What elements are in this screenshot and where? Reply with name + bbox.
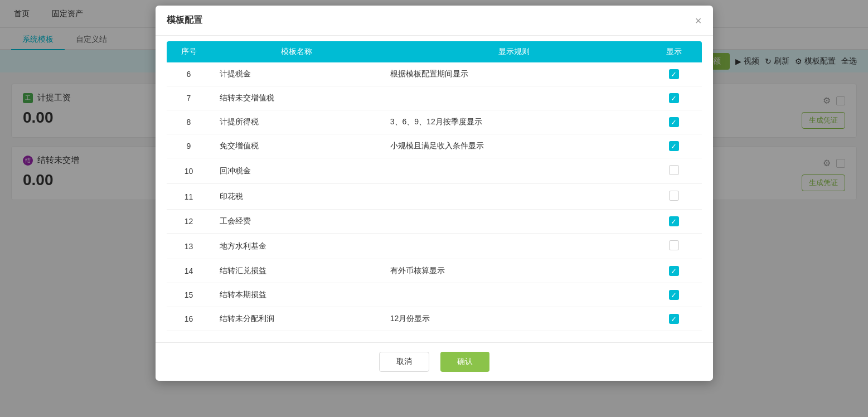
- table-row: 12工会经费✓: [167, 210, 702, 234]
- cell-name: 工会经费: [211, 210, 382, 234]
- cell-index: 9: [167, 134, 211, 158]
- checkbox-unchecked[interactable]: [669, 240, 679, 250]
- template-config-modal: 模板配置 × 序号 模板名称 显示规则 显示 6计提税金根据模板配置期间显示✓7…: [156, 6, 713, 381]
- cell-index: 14: [167, 259, 211, 283]
- cell-rule: [382, 86, 646, 110]
- checkbox-checked[interactable]: ✓: [669, 141, 679, 151]
- table-row: 7结转未交增值税✓: [167, 86, 702, 110]
- cell-checkbox[interactable]: ✓: [646, 62, 702, 86]
- cell-checkbox[interactable]: [646, 158, 702, 184]
- cell-index: 8: [167, 110, 211, 134]
- table-row: 11印花税: [167, 184, 702, 210]
- checkbox-checked[interactable]: ✓: [669, 93, 679, 103]
- cell-name: 免交增值税: [211, 134, 382, 158]
- modal-title: 模板配置: [167, 14, 202, 26]
- cell-checkbox[interactable]: ✓: [646, 86, 702, 110]
- modal-footer: 取消 确认: [156, 342, 713, 381]
- col-header-index: 序号: [167, 41, 211, 62]
- table-header-row: 序号 模板名称 显示规则 显示: [167, 41, 702, 62]
- checkbox-checked[interactable]: ✓: [669, 69, 679, 79]
- cell-rule: 12月份显示: [382, 307, 646, 331]
- cell-rule: [382, 184, 646, 210]
- cell-name: 结转汇兑损益: [211, 259, 382, 283]
- cell-checkbox[interactable]: ✓: [646, 283, 702, 307]
- cell-index: 11: [167, 184, 211, 210]
- cell-checkbox[interactable]: ✓: [646, 110, 702, 134]
- cell-name: 结转本期损益: [211, 283, 382, 307]
- col-header-rule: 显示规则: [382, 41, 646, 62]
- cell-name: 回冲税金: [211, 158, 382, 184]
- cell-checkbox[interactable]: [646, 184, 702, 210]
- cell-index: 13: [167, 234, 211, 259]
- cell-name: 结转未交增值税: [211, 86, 382, 110]
- cell-checkbox[interactable]: [646, 234, 702, 259]
- cell-rule: 小规模且满足收入条件显示: [382, 134, 646, 158]
- cell-rule: [382, 283, 646, 307]
- table-row: 16结转未分配利润12月份显示✓: [167, 307, 702, 331]
- cell-index: 7: [167, 86, 211, 110]
- cell-name: 结转未分配利润: [211, 307, 382, 331]
- checkbox-checked[interactable]: ✓: [669, 290, 679, 300]
- cell-checkbox[interactable]: ✓: [646, 307, 702, 331]
- cell-name: 地方水利基金: [211, 234, 382, 259]
- config-table: 序号 模板名称 显示规则 显示 6计提税金根据模板配置期间显示✓7结转未交增值税…: [167, 41, 702, 331]
- table-row: 15结转本期损益✓: [167, 283, 702, 307]
- cell-checkbox[interactable]: ✓: [646, 259, 702, 283]
- col-header-name: 模板名称: [211, 41, 382, 62]
- checkbox-checked[interactable]: ✓: [669, 314, 679, 324]
- cell-index: 15: [167, 283, 211, 307]
- table-row: 13地方水利基金: [167, 234, 702, 259]
- modal-header: 模板配置 ×: [156, 6, 713, 36]
- cell-name: 印花税: [211, 184, 382, 210]
- checkbox-unchecked[interactable]: [669, 165, 679, 175]
- checkbox-checked[interactable]: ✓: [669, 117, 679, 127]
- modal-overlay: 模板配置 × 序号 模板名称 显示规则 显示 6计提税金根据模板配置期间显示✓7…: [0, 0, 868, 417]
- cell-rule: 有外币核算显示: [382, 259, 646, 283]
- confirm-button[interactable]: 确认: [440, 352, 489, 372]
- cell-rule: 根据模板配置期间显示: [382, 62, 646, 86]
- cell-checkbox[interactable]: ✓: [646, 134, 702, 158]
- modal-body: 序号 模板名称 显示规则 显示 6计提税金根据模板配置期间显示✓7结转未交增值税…: [156, 36, 713, 342]
- cell-index: 6: [167, 62, 211, 86]
- cell-rule: [382, 234, 646, 259]
- cell-rule: 3、6、9、12月按季度显示: [382, 110, 646, 134]
- checkbox-checked[interactable]: ✓: [669, 216, 679, 226]
- cell-index: 10: [167, 158, 211, 184]
- cell-rule: [382, 210, 646, 234]
- cell-index: 12: [167, 210, 211, 234]
- cancel-button[interactable]: 取消: [379, 352, 429, 372]
- cell-index: 16: [167, 307, 211, 331]
- cell-name: 计提所得税: [211, 110, 382, 134]
- table-row: 8计提所得税3、6、9、12月按季度显示✓: [167, 110, 702, 134]
- table-row: 10回冲税金: [167, 158, 702, 184]
- checkbox-checked[interactable]: ✓: [669, 266, 679, 276]
- col-header-display: 显示: [646, 41, 702, 62]
- modal-close-button[interactable]: ×: [695, 15, 702, 26]
- table-row: 6计提税金根据模板配置期间显示✓: [167, 62, 702, 86]
- table-row: 9免交增值税小规模且满足收入条件显示✓: [167, 134, 702, 158]
- cell-checkbox[interactable]: ✓: [646, 210, 702, 234]
- table-row: 14结转汇兑损益有外币核算显示✓: [167, 259, 702, 283]
- checkbox-unchecked[interactable]: [669, 191, 679, 201]
- cell-rule: [382, 158, 646, 184]
- cell-name: 计提税金: [211, 62, 382, 86]
